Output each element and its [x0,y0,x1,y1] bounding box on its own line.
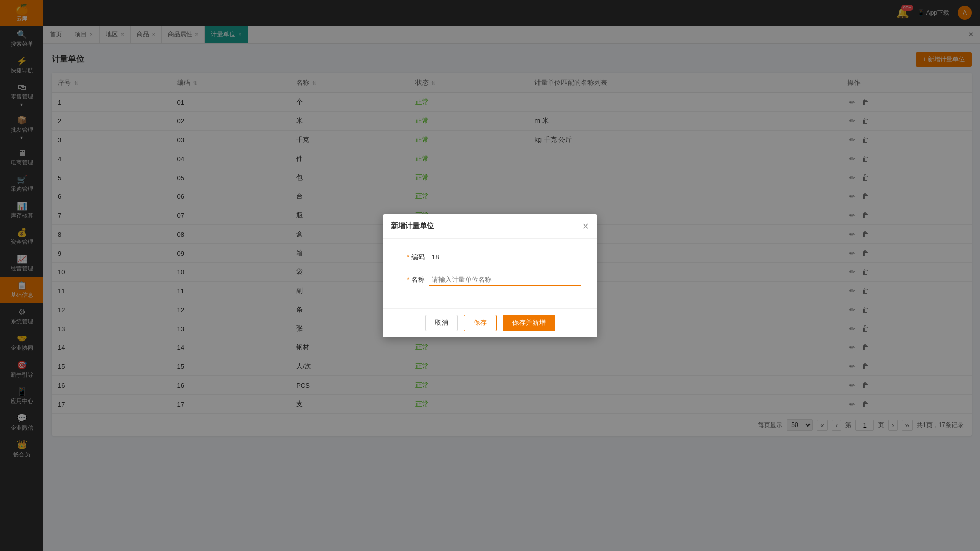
name-input[interactable] [429,273,581,286]
name-required-mark: * [407,276,411,283]
modal-footer: 取消 保存 保存并新增 [383,308,597,337]
modal-overlay[interactable]: 新增计量单位 ✕ * 编码 * 名称 取消 保存 保存并新增 [0,0,980,551]
modal-title: 新增计量单位 [391,221,434,231]
save-and-new-button[interactable]: 保存并新增 [503,315,555,331]
code-label: * 编码 [399,253,425,262]
add-unit-modal: 新增计量单位 ✕ * 编码 * 名称 取消 保存 保存并新增 [383,214,597,337]
modal-header: 新增计量单位 ✕ [383,214,597,239]
form-row-name: * 名称 [399,273,581,286]
cancel-button[interactable]: 取消 [425,315,458,331]
name-label: * 名称 [399,275,425,284]
modal-body: * 编码 * 名称 [383,239,597,308]
save-button[interactable]: 保存 [464,315,497,331]
form-row-code: * 编码 [399,251,581,263]
modal-close-button[interactable]: ✕ [582,221,589,231]
code-required-mark: * [407,253,411,261]
code-input[interactable] [429,251,581,263]
